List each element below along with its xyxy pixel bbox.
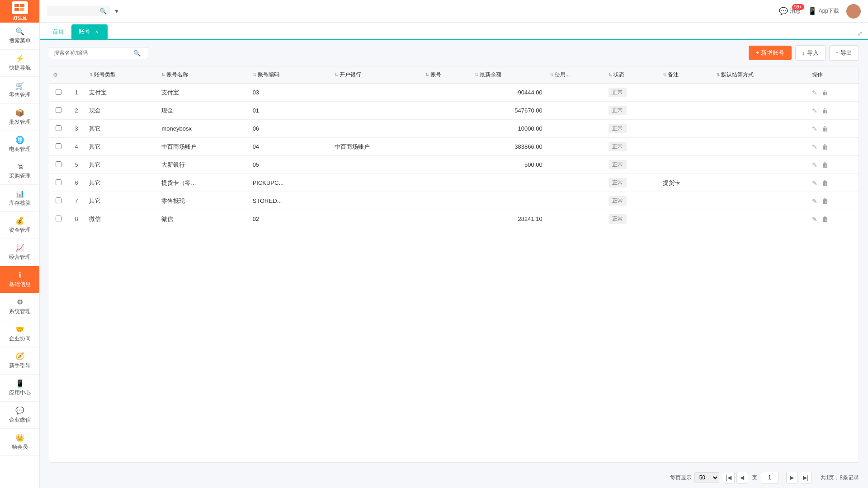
page-first-button[interactable]: |◀ <box>723 472 735 483</box>
edit-icon-2[interactable]: ✎ <box>812 125 817 132</box>
cell-no-0: 1 <box>67 84 85 102</box>
th-balance[interactable]: ⇅ 最新余额 <box>471 66 546 84</box>
th-code[interactable]: ⇅ 账号编码 <box>249 66 331 84</box>
sidebar-item-guide[interactable]: 🧭 新手引导 <box>0 347 39 375</box>
topbar-dropdown[interactable]: ▼ <box>114 8 119 14</box>
th-status[interactable]: ⇅ 状态 <box>605 66 659 84</box>
sidebar-item-finance[interactable]: 💰 资金管理 <box>0 212 39 239</box>
topbar-search-input[interactable] <box>52 8 97 14</box>
search-input-wrap: 🔍 <box>49 47 148 59</box>
delete-icon-1[interactable]: 🗑 <box>822 107 828 114</box>
edit-icon-1[interactable]: ✎ <box>812 107 817 114</box>
search-input[interactable] <box>54 50 131 56</box>
cell-action-6: ✎ 🗑 <box>808 192 859 210</box>
page-label: 页 <box>752 474 757 482</box>
delete-icon-4[interactable]: 🗑 <box>822 161 828 169</box>
sidebar-item-basic-info[interactable]: ℹ 基础信息 <box>0 266 39 293</box>
tab-account-close[interactable]: × <box>93 28 100 35</box>
sidebar-item-quick-nav-label: 快捷导航 <box>9 64 31 72</box>
table-row: 3 其它 moneybosx 06 10000.00 正常 ✎ 🗑 <box>49 120 859 138</box>
sidebar-item-corp-agreement[interactable]: 🤝 企业协同 <box>0 320 39 347</box>
edit-icon-5[interactable]: ✎ <box>812 179 817 187</box>
action-icons-7: ✎ 🗑 <box>812 216 855 223</box>
column-settings-icon[interactable]: ⚙ <box>53 72 58 78</box>
cell-balance-6 <box>471 192 546 210</box>
sidebar-item-app-center-label: 应用中心 <box>9 389 31 397</box>
cell-status-2: 正常 <box>605 120 659 138</box>
tab-minimize-icon[interactable]: — <box>848 30 854 37</box>
sidebar-item-retail[interactable]: 🛒 零售管理 <box>0 77 39 104</box>
page-prev-button[interactable]: ◀ <box>736 472 748 483</box>
delete-icon-5[interactable]: 🗑 <box>822 179 828 187</box>
th-notes[interactable]: ⇅ 备注 <box>659 66 712 84</box>
row-checkbox-1[interactable] <box>56 107 61 113</box>
import-button[interactable]: ↓ 导入 <box>795 45 826 61</box>
edit-icon-7[interactable]: ✎ <box>812 216 817 223</box>
page-header: 🔍 + 新增账号 ↓ 导入 ↑ 导出 <box>40 40 868 66</box>
action-icons-4: ✎ 🗑 <box>812 161 855 169</box>
row-checkbox-2[interactable] <box>56 125 61 131</box>
cell-checkbox-7[interactable] <box>49 210 67 228</box>
app-download-button[interactable]: 📱 App下载 <box>808 7 839 15</box>
cell-checkbox-5[interactable] <box>49 174 67 192</box>
sidebar-item-operation[interactable]: 📈 经营管理 <box>0 239 39 266</box>
sidebar-item-corp-wechat[interactable]: 💬 企业微信 <box>0 402 39 429</box>
page-input[interactable] <box>761 472 779 483</box>
ecommerce-icon: 🌐 <box>15 136 24 144</box>
delete-icon-3[interactable]: 🗑 <box>822 143 828 150</box>
th-type[interactable]: ⇅ 账号类型 <box>85 66 158 84</box>
cell-account-3 <box>422 138 471 156</box>
delete-icon-0[interactable]: 🗑 <box>822 89 828 96</box>
delete-icon-6[interactable]: 🗑 <box>822 197 828 205</box>
row-checkbox-3[interactable] <box>56 143 61 149</box>
guide-icon: 🧭 <box>15 352 24 361</box>
tab-account[interactable]: 账号 × <box>71 24 108 39</box>
th-usage[interactable]: ⇅ 使用... <box>546 66 605 84</box>
row-checkbox-0[interactable] <box>56 89 61 95</box>
cell-account-2 <box>422 120 471 138</box>
message-button[interactable]: 💬 消息 99+ <box>779 7 801 15</box>
delete-icon-2[interactable]: 🗑 <box>822 125 828 132</box>
edit-icon-0[interactable]: ✎ <box>812 89 817 96</box>
delete-icon-7[interactable]: 🗑 <box>822 216 828 223</box>
row-checkbox-4[interactable] <box>56 161 61 167</box>
new-account-button[interactable]: + 新增账号 <box>749 46 792 60</box>
per-page-select[interactable]: 50 20 100 <box>694 472 719 483</box>
sidebar-item-inventory[interactable]: 📊 库存核算 <box>0 185 39 212</box>
sidebar-item-app-center[interactable]: 📱 应用中心 <box>0 375 39 402</box>
edit-icon-3[interactable]: ✎ <box>812 143 817 150</box>
sidebar-item-purchase-label: 采购管理 <box>9 172 31 180</box>
tab-expand-icon[interactable]: ⤢ <box>857 30 863 37</box>
row-checkbox-7[interactable] <box>56 216 61 221</box>
cell-settlement-7 <box>712 210 808 228</box>
cell-checkbox-2[interactable] <box>49 120 67 138</box>
edit-icon-6[interactable]: ✎ <box>812 197 817 205</box>
cell-checkbox-1[interactable] <box>49 102 67 120</box>
page-last-button[interactable]: ▶| <box>800 472 811 483</box>
app-logo: 好生意 <box>0 0 39 23</box>
sidebar-item-purchase[interactable]: 🛍 采购管理 <box>0 158 39 185</box>
th-name[interactable]: ⇅ 账号名称 <box>158 66 249 84</box>
th-settlement[interactable]: ⇅ 默认结算方式 <box>712 66 808 84</box>
tab-home[interactable]: 首页 <box>45 24 71 39</box>
cell-type-1: 现金 <box>85 102 158 120</box>
cell-checkbox-4[interactable] <box>49 156 67 174</box>
row-checkbox-5[interactable] <box>56 179 61 185</box>
edit-icon-4[interactable]: ✎ <box>812 161 817 169</box>
sidebar-item-quick-nav[interactable]: ⚡ 快捷导航 <box>0 50 39 77</box>
sidebar-item-vip[interactable]: 👑 畅会员 <box>0 429 39 456</box>
sidebar-item-search-menu[interactable]: 🔍 搜索菜单 <box>0 23 39 50</box>
export-button[interactable]: ↑ 导出 <box>829 45 859 61</box>
sidebar-item-system[interactable]: ⚙ 系统管理 <box>0 293 39 320</box>
cell-checkbox-6[interactable] <box>49 192 67 210</box>
sidebar-item-wholesale[interactable]: 📦 批发管理 <box>0 104 39 131</box>
th-bank[interactable]: ⇅ 开户银行 <box>331 66 422 84</box>
cell-checkbox-3[interactable] <box>49 138 67 156</box>
row-checkbox-6[interactable] <box>56 197 61 203</box>
sidebar-item-ecommerce[interactable]: 🌐 电商管理 <box>0 131 39 158</box>
cell-name-0: 支付宝 <box>158 84 249 102</box>
page-next-button[interactable]: ▶ <box>786 472 798 483</box>
cell-checkbox-0[interactable] <box>49 84 67 102</box>
user-avatar[interactable] <box>846 4 861 19</box>
th-account[interactable]: ⇅ 账号 <box>422 66 471 84</box>
